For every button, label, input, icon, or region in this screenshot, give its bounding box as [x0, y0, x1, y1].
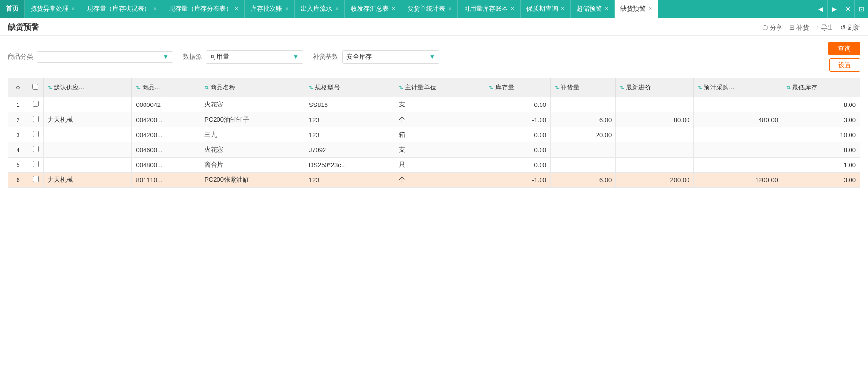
share-button[interactable]: ⬡ 分享: [762, 23, 782, 32]
tab-9-close[interactable]: ×: [561, 5, 564, 12]
row-checkbox-cell[interactable]: [28, 112, 44, 127]
row-replenish: [550, 158, 615, 173]
tab-3[interactable]: 现存量（库存分布表） ×: [163, 0, 245, 18]
row-checkbox-cell[interactable]: [28, 127, 44, 142]
col-product-name-label: 商品名称: [210, 84, 235, 91]
table-body: 1 0000042 火花塞 SS816 支 0.00 8.00 2 力天机械 0…: [8, 97, 860, 188]
tab-11-close[interactable]: ×: [649, 5, 652, 12]
row-latest-price: [616, 142, 694, 158]
row-stock: 0.00: [485, 142, 550, 158]
table-row: 1 0000042 火花塞 SS816 支 0.00 8.00: [8, 97, 860, 112]
tab-next-btn[interactable]: ▶: [827, 0, 841, 18]
row-supplier: [44, 127, 132, 142]
tab-6[interactable]: 收发存汇总表 ×: [345, 0, 401, 18]
tab-7-close[interactable]: ×: [448, 5, 452, 12]
row-replenish: [550, 142, 615, 158]
row-replenish: 6.00: [550, 112, 615, 127]
query-button[interactable]: 查询: [828, 42, 860, 55]
row-checkbox-cell[interactable]: [28, 158, 44, 173]
replenish-button[interactable]: ⊞ 补货: [789, 23, 809, 32]
row-checkbox[interactable]: [33, 101, 39, 107]
tab-8[interactable]: 可用量库存账本 ×: [458, 0, 521, 18]
table-row: 3 004200... 三九 123 箱 0.00 20.00 10.00: [8, 127, 860, 142]
export-button[interactable]: ↑ 导出: [816, 23, 834, 32]
sort-icon9: ⇅: [698, 85, 704, 90]
tab-4[interactable]: 库存批次账 ×: [245, 0, 295, 18]
row-checkbox[interactable]: [33, 146, 39, 152]
tab-9[interactable]: 保质期查询 ×: [521, 0, 571, 18]
row-checkbox[interactable]: [33, 131, 39, 137]
tab-8-close[interactable]: ×: [511, 5, 514, 12]
row-supplier: 力天机械: [44, 112, 132, 127]
col-unit: ⇅ 主计量单位: [395, 78, 485, 97]
row-checkbox[interactable]: [33, 116, 39, 122]
select-all-checkbox[interactable]: [32, 84, 38, 90]
row-product-name: 火花塞: [200, 142, 305, 158]
row-latest-price: [616, 127, 694, 142]
tab-7[interactable]: 要货单统计表 ×: [401, 0, 458, 18]
tab-4-close[interactable]: ×: [285, 5, 289, 12]
col-checkbox: [28, 78, 44, 97]
tab-3-close[interactable]: ×: [235, 5, 238, 12]
sort-icon5: ⇅: [399, 85, 405, 90]
row-checkbox[interactable]: [33, 161, 39, 167]
tab-6-close[interactable]: ×: [392, 5, 395, 12]
gear-icon[interactable]: ⚙: [12, 82, 24, 93]
datasource-select[interactable]: 可用量 ▼: [206, 50, 303, 64]
tab-2[interactable]: 现存量（库存状况表） ×: [81, 0, 163, 18]
row-unit: 支: [395, 97, 485, 112]
row-replenish: 20.00: [550, 127, 615, 142]
sort-icon6: ⇅: [489, 85, 495, 90]
row-index: 3: [8, 127, 28, 142]
row-checkbox-cell[interactable]: [28, 173, 44, 188]
tab-9-label: 保质期查询: [526, 4, 558, 13]
tab-11[interactable]: 缺货预警 ×: [615, 0, 658, 18]
col-product-code: ⇅ 商品...: [132, 78, 200, 97]
tab-5-label: 出入库流水: [301, 4, 332, 13]
row-checkbox-cell[interactable]: [28, 142, 44, 158]
sort-icon3: ⇅: [204, 85, 210, 90]
refresh-button[interactable]: ↺ 刷新: [840, 23, 860, 32]
replenish-base-filter-group: 补货基数 安全库存 ▼: [313, 50, 439, 64]
table-row: 6 力天机械 801110... PC200张紧油缸 123 个 -1.00 6…: [8, 173, 860, 188]
datasource-filter-group: 数据源 可用量 ▼: [183, 50, 303, 64]
row-supplier: [44, 158, 132, 173]
replenish-base-select[interactable]: 安全库存 ▼: [342, 50, 439, 64]
tab-5[interactable]: 出入库流水 ×: [295, 0, 345, 18]
tab-1[interactable]: 拣货异常处理 ×: [25, 0, 81, 18]
row-product-code: 004200...: [132, 127, 200, 142]
col-stock-label: 库存量: [495, 84, 514, 91]
table-row: 4 004600... 火花塞 J7092 支 0.00 8.00: [8, 142, 860, 158]
row-checkbox[interactable]: [33, 176, 39, 182]
datasource-value: 可用量: [210, 53, 229, 61]
tab-2-label: 现存量（库存状况表）: [87, 4, 150, 13]
page-title: 缺货预警: [8, 22, 39, 33]
row-product-code: 0000042: [132, 97, 200, 112]
tab-1-close[interactable]: ×: [72, 5, 75, 12]
row-latest-price: [616, 158, 694, 173]
row-min-stock: 8.00: [782, 142, 860, 158]
col-replenish-label: 补货量: [561, 84, 579, 91]
settings-button[interactable]: 设置: [829, 58, 860, 72]
replenish-label: 补货: [796, 23, 809, 32]
tab-10[interactable]: 超储预警 ×: [571, 0, 615, 18]
export-icon: ↑: [816, 24, 819, 31]
row-min-stock: 10.00: [782, 127, 860, 142]
tab-4-label: 库存批次账: [251, 4, 282, 13]
tab-5-close[interactable]: ×: [335, 5, 339, 12]
tab-home[interactable]: 首页: [0, 0, 25, 18]
tab-close-all-btn[interactable]: ⊡: [854, 0, 868, 18]
col-product-name: ⇅ 商品名称: [200, 78, 305, 97]
row-checkbox-cell[interactable]: [28, 97, 44, 112]
category-select[interactable]: ▼: [37, 51, 173, 63]
tab-prev-btn[interactable]: ◀: [814, 0, 827, 18]
row-est-purchase: 1200.00: [694, 173, 782, 188]
tab-close-current-btn[interactable]: ✕: [841, 0, 854, 18]
row-product-name: 离合片: [200, 158, 305, 173]
row-min-stock: 8.00: [782, 97, 860, 112]
row-est-purchase: [694, 127, 782, 142]
row-product-name: PC200张紧油缸: [200, 173, 305, 188]
tab-2-close[interactable]: ×: [153, 5, 157, 12]
tab-6-label: 收发存汇总表: [351, 4, 389, 13]
tab-10-close[interactable]: ×: [605, 5, 608, 12]
